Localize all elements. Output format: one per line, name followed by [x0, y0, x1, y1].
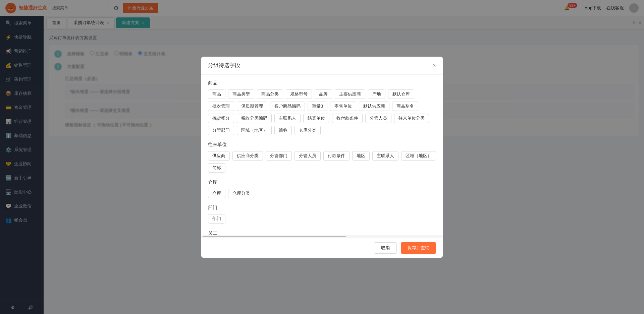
cancel-button[interactable]: 取消 — [374, 242, 397, 254]
section-department-title: 部门 — [208, 205, 436, 211]
field-tag-tax-code[interactable]: 税收分类编码 — [237, 114, 272, 123]
field-tag-product-alias[interactable]: 商品别名 — [392, 102, 418, 111]
h-scroll-thumb — [203, 236, 346, 237]
field-tag-warehouse-cat[interactable]: 仓库分类 — [228, 189, 254, 198]
field-tag-supplier-category[interactable]: 供应商分类 — [232, 151, 263, 161]
field-tag-dept2[interactable]: 分管部门 — [266, 151, 292, 161]
section-warehouse: 仓库 仓库 仓库分类 — [208, 179, 436, 198]
confirm-button[interactable]: 保存并查询 — [401, 242, 436, 254]
section-product: 商品 商品 商品类型 商品分类 规格型号 品牌 主要供应商 产地 默认仓库 批次… — [208, 80, 436, 135]
field-tag-origin[interactable]: 产地 — [368, 89, 385, 99]
field-tag-primary-contact[interactable]: 主联系人 — [274, 114, 301, 123]
section-department: 部门 部门 — [208, 205, 436, 224]
modal-header: 分组待选字段 × — [201, 57, 443, 75]
field-tag-dept[interactable]: 分管部门 — [208, 126, 234, 135]
modal-horizontal-scrollbar[interactable] — [201, 235, 443, 238]
field-tag-default-warehouse[interactable]: 默认仓库 — [388, 89, 414, 99]
modal-overlay: 分组待选字段 × 商品 商品 商品类型 商品分类 规格型号 品牌 主要供应商 产… — [0, 0, 644, 314]
field-tag-region[interactable]: 区域（地区） — [237, 126, 272, 135]
field-tag-short-name2[interactable]: 简称 — [208, 163, 225, 173]
modal-close-button[interactable]: × — [432, 62, 436, 68]
field-tag-brand[interactable]: 品牌 — [315, 89, 332, 99]
field-tag-payment-terms[interactable]: 收付款条件 — [332, 114, 363, 123]
field-tag-default-supplier[interactable]: 默认供应商 — [359, 102, 389, 111]
field-tag-product-type[interactable]: 商品类型 — [228, 89, 254, 99]
field-tag-pick-score[interactable]: 拣货积分 — [208, 114, 234, 123]
field-tag-customer-product-code[interactable]: 客户商品编码 — [270, 102, 305, 111]
modal-title: 分组待选字段 — [208, 62, 240, 69]
field-tag-settlement-unit[interactable]: 结算单位 — [303, 114, 329, 123]
field-tag-counterparty-category[interactable]: 往来单位分类 — [394, 114, 429, 123]
section-product-fields: 商品 商品类型 商品分类 规格型号 品牌 主要供应商 产地 默认仓库 批次管理 … — [208, 89, 436, 135]
field-tag-manager[interactable]: 分管人员 — [365, 114, 391, 123]
section-warehouse-title: 仓库 — [208, 179, 436, 185]
field-tag-batch-mgmt[interactable]: 批次管理 — [208, 102, 234, 111]
field-tag-area[interactable]: 地区 — [352, 151, 370, 161]
field-tag-product[interactable]: 商品 — [208, 89, 225, 99]
field-tag-manager2[interactable]: 分管人员 — [294, 151, 321, 161]
field-tag-region2[interactable]: 区域（地区） — [401, 151, 436, 161]
field-tag-spec-model[interactable]: 规格型号 — [286, 89, 312, 99]
section-product-title: 商品 — [208, 80, 436, 86]
modal-body[interactable]: 商品 商品 商品类型 商品分类 规格型号 品牌 主要供应商 产地 默认仓库 批次… — [201, 75, 443, 235]
field-tag-product-category[interactable]: 商品分类 — [257, 89, 283, 99]
field-tag-main-supplier[interactable]: 主要供应商 — [335, 89, 365, 99]
field-tag-shelf-life-mgmt[interactable]: 保质期管理 — [237, 102, 267, 111]
field-tag-main-contact[interactable]: 主联系人 — [372, 151, 398, 161]
field-tag-payment-conditions[interactable]: 付款条件 — [323, 151, 350, 161]
section-counterparty: 往来单位 供应商 供应商分类 分管部门 分管人员 付款条件 地区 主联系人 区域… — [208, 142, 436, 173]
section-warehouse-fields: 仓库 仓库分类 — [208, 189, 436, 198]
field-tag-supplier[interactable]: 供应商 — [208, 151, 230, 161]
field-tag-short-name[interactable]: 简称 — [274, 126, 292, 135]
field-tag-retail-unit[interactable]: 零售单位 — [330, 102, 356, 111]
modal-footer: 取消 保存并查询 — [201, 238, 443, 258]
section-counterparty-title: 往来单位 — [208, 142, 436, 148]
section-department-fields: 部门 — [208, 214, 436, 224]
field-tag-warehouse-category[interactable]: 仓库分类 — [294, 126, 321, 135]
field-tag-warehouse[interactable]: 仓库 — [208, 189, 225, 198]
section-counterparty-fields: 供应商 供应商分类 分管部门 分管人员 付款条件 地区 主联系人 区域（地区） … — [208, 151, 436, 173]
section-employee-title: 员工 — [208, 230, 436, 235]
field-tag-department[interactable]: 部门 — [208, 214, 225, 224]
field-tag-weight3[interactable]: 重量3 — [308, 102, 327, 111]
modal: 分组待选字段 × 商品 商品 商品类型 商品分类 规格型号 品牌 主要供应商 产… — [201, 57, 443, 258]
section-employee: 员工 业务员 — [208, 230, 436, 235]
